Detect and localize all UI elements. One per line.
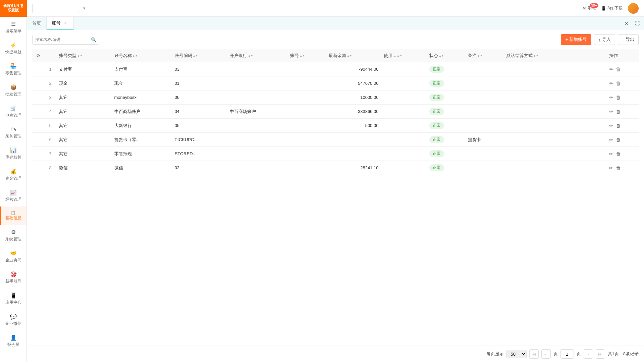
- search-button[interactable]: 🔍: [88, 35, 99, 44]
- th-note[interactable]: 备注▲▼: [465, 49, 504, 62]
- cell-action-2: ✏ 🗑: [606, 90, 639, 105]
- cell-bank-7: [227, 161, 287, 175]
- sidebar-item-basic-info[interactable]: 📋 基础信息: [0, 206, 26, 225]
- th-account[interactable]: 账号▲▼: [287, 49, 326, 62]
- cell-code-6: STORED...: [172, 147, 227, 161]
- cell-note-6: [465, 147, 504, 161]
- tab-accounts[interactable]: 账号 ×: [47, 17, 74, 30]
- cell-account-5: [287, 133, 326, 147]
- user-avatar[interactable]: [628, 3, 639, 14]
- sidebar-item-inventory[interactable]: 📊 库存核算: [0, 143, 26, 164]
- cell-settlement-7: [504, 161, 607, 175]
- edit-button-7[interactable]: ✏: [609, 165, 613, 171]
- tab-home[interactable]: 首页: [27, 17, 47, 30]
- page-size-select[interactable]: 50 100 200: [506, 350, 527, 358]
- sort-note-icon: ▲▼: [477, 55, 483, 57]
- cell-note-5: 提货卡: [465, 133, 504, 147]
- sidebar-item-retail[interactable]: 🏪 零售管理: [0, 59, 26, 80]
- delete-button-0[interactable]: 🗑: [616, 67, 621, 72]
- tab-close-action[interactable]: ✕: [623, 19, 631, 27]
- import-button[interactable]: ↑ 导入: [594, 34, 615, 45]
- prev-page-button[interactable]: ‹: [541, 349, 551, 359]
- cell-note-1: [465, 76, 504, 90]
- cell-action-1: ✏ 🗑: [606, 76, 639, 90]
- th-type[interactable]: 账号类型▲▼: [56, 49, 112, 62]
- th-status[interactable]: 状态▲▼: [427, 49, 465, 62]
- ecommerce-icon: 🛒: [10, 105, 17, 112]
- system-icon: ⚙: [11, 229, 16, 235]
- sidebar-item-enterprise[interactable]: 🤝 企业协同: [0, 246, 26, 267]
- basic-info-icon: 📋: [11, 210, 16, 215]
- edit-button-0[interactable]: ✏: [609, 67, 613, 72]
- edit-button-4[interactable]: ✏: [609, 123, 613, 128]
- sidebar-item-quicknav[interactable]: ⚡ 快捷导航: [0, 38, 26, 59]
- guide-icon: 🎯: [10, 271, 17, 278]
- tab-fullscreen-action[interactable]: ⛶: [633, 19, 641, 27]
- th-settlement[interactable]: 默认结算方式▲▼: [504, 49, 607, 62]
- sidebar-label-enterprise: 企业协同: [5, 257, 21, 263]
- delete-button-1[interactable]: 🗑: [616, 81, 621, 86]
- delete-button-3[interactable]: 🗑: [616, 109, 621, 114]
- edit-button-5[interactable]: ✏: [609, 137, 613, 142]
- messages-button[interactable]: ✉ 消息 99+: [583, 5, 596, 11]
- app-download-button[interactable]: 📱 App下载: [601, 5, 623, 11]
- th-balance[interactable]: 最新余额▲▼: [326, 49, 381, 62]
- sidebar-item-member[interactable]: 👤 畅会员: [0, 330, 26, 352]
- cell-balance-5: [326, 133, 381, 147]
- sidebar-item-appcenter[interactable]: 📱 应用中心: [0, 288, 26, 309]
- sidebar-item-wholesale[interactable]: 📦 批发管理: [0, 80, 26, 101]
- sidebar-item-operations[interactable]: 📈 经营管理: [0, 185, 26, 206]
- top-search-input[interactable]: [32, 4, 79, 13]
- delete-button-7[interactable]: 🗑: [616, 165, 621, 171]
- th-name[interactable]: 账号名称▲▼: [112, 49, 172, 62]
- delete-button-4[interactable]: 🗑: [616, 123, 621, 128]
- cell-bank-2: [227, 90, 287, 105]
- add-account-button[interactable]: + 新增账号: [561, 34, 591, 45]
- first-page-button[interactable]: ⏮: [529, 349, 539, 359]
- cell-bank-6: [227, 147, 287, 161]
- cell-action-3: ✏ 🗑: [606, 105, 639, 119]
- delete-button-6[interactable]: 🗑: [616, 151, 621, 157]
- th-settings[interactable]: ⚙: [32, 49, 44, 62]
- header-left: ▾: [32, 4, 86, 13]
- cell-account-4: [287, 119, 326, 133]
- cell-code-1: 01: [172, 76, 227, 90]
- edit-button-3[interactable]: ✏: [609, 109, 613, 114]
- logo-line1: 畅捷通财生意: [3, 4, 23, 8]
- wechat-icon: 💬: [10, 313, 17, 320]
- export-label: 导出: [626, 37, 634, 43]
- search-box: 🔍: [32, 35, 99, 45]
- edit-button-1[interactable]: ✏: [609, 81, 613, 86]
- sidebar-item-system[interactable]: ⚙ 系统管理: [0, 225, 26, 246]
- sidebar-item-wechat[interactable]: 💬 企业微信: [0, 309, 26, 330]
- th-bank[interactable]: 开户银行▲▼: [227, 49, 287, 62]
- th-usage[interactable]: 使用...▲▼: [381, 49, 426, 62]
- edit-button-2[interactable]: ✏: [609, 95, 613, 100]
- sidebar-label-system: 系统管理: [5, 236, 21, 242]
- dropdown-arrow-icon[interactable]: ▾: [83, 6, 86, 11]
- table-row: 7 其它 零售抵现 STORED... 正常 ✏ 🗑: [32, 147, 639, 161]
- delete-button-5[interactable]: 🗑: [616, 137, 621, 142]
- sort-code-icon: ▲▼: [193, 55, 198, 57]
- th-code[interactable]: 账号编码▲▼: [172, 49, 227, 62]
- last-page-button[interactable]: ⏭: [596, 349, 605, 359]
- sidebar-item-search[interactable]: ☰ 搜索菜单: [0, 17, 26, 38]
- cell-type-4: 其它: [56, 119, 112, 133]
- cell-status-1: 正常: [427, 76, 465, 90]
- export-icon: ↓: [622, 37, 625, 42]
- page-number-input[interactable]: [560, 349, 574, 359]
- tab-accounts-close[interactable]: ×: [63, 20, 68, 26]
- toolbar-right: + 新增账号 ↑ 导入 ↓ 导出: [561, 34, 639, 45]
- export-button[interactable]: ↓ 导出: [618, 34, 639, 45]
- sidebar-item-ecommerce[interactable]: 🛒 电商管理: [0, 101, 26, 122]
- edit-button-6[interactable]: ✏: [609, 151, 613, 157]
- delete-button-2[interactable]: 🗑: [616, 95, 621, 100]
- sidebar-item-guide[interactable]: 🎯 新手引导: [0, 267, 26, 288]
- member-icon: 👤: [10, 335, 17, 341]
- table-row: 8 微信 微信 02 28241.10 正常 ✏ 🗑: [32, 161, 639, 175]
- next-page-button[interactable]: ›: [584, 349, 593, 359]
- sidebar-item-finance[interactable]: 💰 资金管理: [0, 164, 26, 185]
- search-input[interactable]: [33, 35, 88, 44]
- sidebar-item-purchase[interactable]: 🛍 采购管理: [0, 122, 26, 143]
- cell-action-0: ✏ 🗑: [606, 62, 639, 76]
